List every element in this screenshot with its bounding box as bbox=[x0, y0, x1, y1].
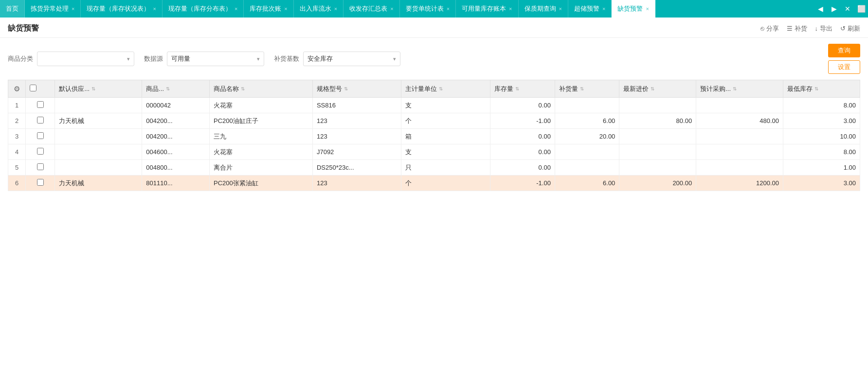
purchase-col-header[interactable]: 预计采购... ⇅ bbox=[696, 80, 783, 98]
nav-next-button[interactable]: ▶ bbox=[827, 0, 841, 18]
row-checkbox[interactable] bbox=[37, 163, 44, 170]
nav-item-shortage[interactable]: 缺货预警 × bbox=[612, 0, 655, 18]
close-icon[interactable]: × bbox=[153, 6, 156, 12]
basis-select[interactable]: 安全库存 ▾ bbox=[303, 52, 400, 66]
nav-prev-button[interactable]: ◀ bbox=[814, 0, 827, 18]
price-cell: 80.00 bbox=[619, 113, 696, 129]
category-select[interactable]: ▾ bbox=[37, 52, 134, 66]
refresh-icon: ↺ bbox=[840, 25, 846, 32]
spec-cell: 123 bbox=[312, 176, 401, 191]
price-col-header[interactable]: 最新进价 ⇅ bbox=[619, 80, 696, 98]
nav-item-expiry[interactable]: 保质期查询 × bbox=[519, 0, 568, 18]
datasource-select[interactable]: 可用量 ▾ bbox=[167, 52, 264, 66]
row-checkbox[interactable] bbox=[37, 179, 44, 186]
replenish-cell: 6.00 bbox=[555, 176, 619, 191]
close-icon[interactable]: × bbox=[447, 6, 450, 12]
purchase-cell bbox=[696, 98, 783, 113]
name-col-header[interactable]: 商品名称 ⇅ bbox=[210, 80, 313, 98]
replenish-cell bbox=[555, 98, 619, 113]
close-icon[interactable]: × bbox=[559, 6, 562, 12]
nav-item-summary[interactable]: 收发存汇总表 × bbox=[344, 0, 399, 18]
close-icon[interactable]: × bbox=[602, 6, 605, 12]
spec-col-header[interactable]: 规格型号 ⇅ bbox=[312, 80, 401, 98]
stock-col-header[interactable]: 库存量 ⇅ bbox=[490, 80, 555, 98]
row-checkbox-cell bbox=[26, 176, 55, 191]
nav-item-picking[interactable]: 拣货异常处理 × bbox=[25, 0, 81, 18]
share-button[interactable]: ⎋ 分享 bbox=[760, 24, 779, 33]
export-icon: ↓ bbox=[815, 25, 818, 32]
code-cell: 004200... bbox=[142, 129, 210, 144]
code-cell: 004600... bbox=[142, 144, 210, 160]
row-number: 3 bbox=[8, 129, 26, 144]
data-table: ⚙ 默认供应... ⇅ 商品... ⇅ bbox=[8, 80, 860, 191]
price-cell bbox=[619, 98, 696, 113]
nav-item-flow[interactable]: 出入库流水 × bbox=[294, 0, 344, 18]
minstock-col-header[interactable]: 最低库存 ⇅ bbox=[783, 80, 860, 98]
replenish-col-header[interactable]: 补货量 ⇅ bbox=[555, 80, 619, 98]
top-nav: 首页 拣货异常处理 × 现存量（库存状况表） × 现存量（库存分布表） × 库存… bbox=[0, 0, 868, 18]
minstock-cell: 10.00 bbox=[783, 129, 860, 144]
nav-item-batch[interactable]: 库存批次账 × bbox=[244, 0, 293, 18]
chevron-down-icon: ▾ bbox=[127, 56, 130, 62]
close-icon[interactable]: × bbox=[334, 6, 337, 12]
refresh-button[interactable]: ↺ 刷新 bbox=[840, 24, 860, 33]
nav-item-overstock[interactable]: 超储预警 × bbox=[568, 0, 612, 18]
table-row: 4 004600... 火花塞 J7092 支 0.00 8.00 bbox=[8, 144, 860, 160]
nav-item-stock1[interactable]: 现存量（库存状况表） × bbox=[81, 0, 162, 18]
row-checkbox[interactable] bbox=[37, 132, 44, 139]
select-all-checkbox[interactable] bbox=[30, 85, 36, 91]
row-number: 5 bbox=[8, 160, 26, 176]
close-icon[interactable]: × bbox=[646, 6, 649, 12]
nav-item-stock2[interactable]: 现存量（库存分布表） × bbox=[163, 0, 244, 18]
code-col-header[interactable]: 商品... ⇅ bbox=[142, 80, 210, 98]
replenish-cell: 6.00 bbox=[555, 113, 619, 129]
row-checkbox[interactable] bbox=[37, 101, 44, 108]
sort-icon: ⇅ bbox=[166, 86, 170, 91]
close-icon[interactable]: × bbox=[509, 6, 512, 12]
category-filter-group: 商品分类 ▾ bbox=[8, 52, 134, 66]
supplier-cell bbox=[55, 129, 142, 144]
sort-icon: ⇅ bbox=[814, 86, 818, 91]
row-checkbox-cell bbox=[26, 160, 55, 176]
row-checkbox-cell bbox=[26, 144, 55, 160]
replenish-cell bbox=[555, 160, 619, 176]
nav-item-demand[interactable]: 要货单统计表 × bbox=[400, 0, 456, 18]
action-buttons: 查询 设置 bbox=[828, 44, 860, 74]
table-container: ⚙ 默认供应... ⇅ 商品... ⇅ bbox=[0, 80, 868, 191]
header-actions: ⎋ 分享 ☰ 补货 ↓ 导出 ↺ 刷新 bbox=[760, 24, 861, 33]
gear-icon[interactable]: ⚙ bbox=[14, 85, 20, 93]
close-icon[interactable]: × bbox=[284, 6, 287, 12]
name-cell: 离合片 bbox=[210, 160, 313, 176]
row-checkbox[interactable] bbox=[37, 148, 44, 155]
row-number: 2 bbox=[8, 113, 26, 129]
share-icon: ⎋ bbox=[760, 25, 764, 32]
row-checkbox-cell bbox=[26, 129, 55, 144]
nav-item-available[interactable]: 可用量库存账本 × bbox=[456, 0, 518, 18]
supplier-cell bbox=[55, 144, 142, 160]
replenish-button[interactable]: ☰ 补货 bbox=[787, 24, 807, 33]
chevron-down-icon: ▾ bbox=[393, 56, 396, 62]
row-checkbox[interactable] bbox=[37, 117, 44, 123]
supplier-col-header[interactable]: 默认供应... ⇅ bbox=[55, 80, 142, 98]
close-icon[interactable]: × bbox=[72, 6, 74, 12]
close-icon[interactable]: × bbox=[235, 6, 237, 12]
category-label: 商品分类 bbox=[8, 54, 33, 63]
unit-col-header[interactable]: 主计量单位 ⇅ bbox=[401, 80, 490, 98]
export-button[interactable]: ↓ 导出 bbox=[815, 24, 833, 33]
filter-area: 商品分类 ▾ 数据源 可用量 ▾ 补货基数 安全库存 ▾ 查询 设置 bbox=[0, 38, 868, 80]
sort-icon: ⇅ bbox=[439, 86, 443, 91]
replenish-cell bbox=[555, 144, 619, 160]
nav-close-button[interactable]: ✕ bbox=[841, 0, 854, 18]
purchase-cell: 1200.00 bbox=[696, 176, 783, 191]
settings-button[interactable]: 设置 bbox=[828, 60, 860, 74]
close-icon[interactable]: × bbox=[390, 6, 393, 12]
minstock-cell: 1.00 bbox=[783, 160, 860, 176]
supplier-cell bbox=[55, 160, 142, 176]
nav-item-home[interactable]: 首页 bbox=[0, 0, 25, 18]
page-header: 缺货预警 ⎋ 分享 ☰ 补货 ↓ 导出 ↺ 刷新 bbox=[0, 18, 868, 38]
sort-icon: ⇅ bbox=[241, 86, 245, 91]
nav-maximize-button[interactable]: ⬜ bbox=[854, 0, 868, 18]
sort-icon: ⇅ bbox=[651, 86, 654, 91]
query-button[interactable]: 查询 bbox=[828, 44, 860, 57]
row-checkbox-cell bbox=[26, 113, 55, 129]
